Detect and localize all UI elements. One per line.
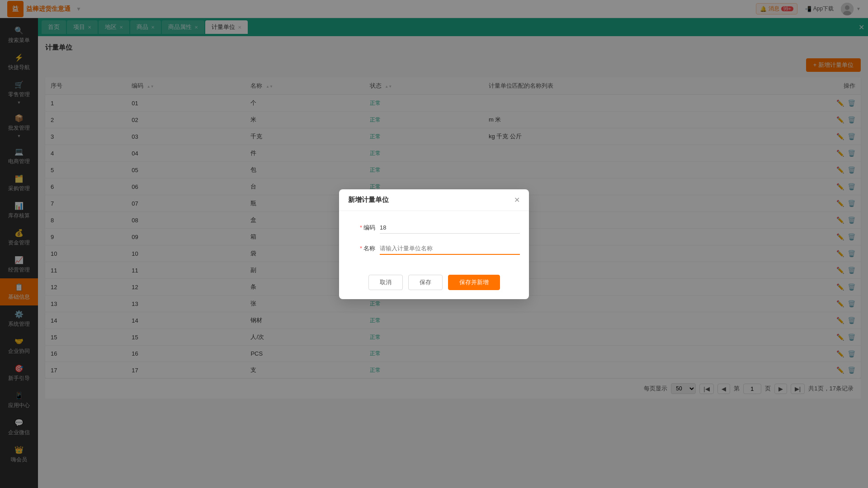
form-row-name: 名称 <box>348 243 520 255</box>
cancel-button[interactable]: 取消 <box>368 275 403 290</box>
modal-close-button[interactable]: ✕ <box>514 196 520 204</box>
modal-header: 新增计量单位 ✕ <box>339 189 529 211</box>
add-unit-modal: 新增计量单位 ✕ 编码 名称 取消 保存 保存并新增 <box>339 189 529 299</box>
save-button[interactable]: 保存 <box>408 275 443 290</box>
code-input[interactable] <box>380 222 520 234</box>
save-new-button[interactable]: 保存并新增 <box>448 275 500 290</box>
name-input[interactable] <box>380 243 520 255</box>
modal-title: 新增计量单位 <box>348 196 389 204</box>
code-label: 编码 <box>348 224 375 232</box>
modal-body: 编码 名称 <box>339 211 529 269</box>
name-label: 名称 <box>348 244 375 253</box>
modal-footer: 取消 保存 保存并新增 <box>339 269 529 299</box>
form-row-code: 编码 <box>348 222 520 234</box>
modal-overlay: 新增计量单位 ✕ 编码 名称 取消 保存 保存并新增 <box>0 0 868 488</box>
